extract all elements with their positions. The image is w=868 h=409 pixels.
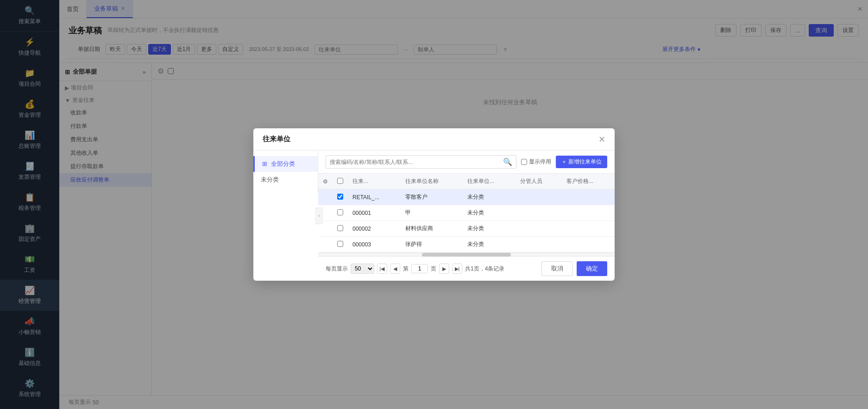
dialog-sidebar-wrapper: ⊞ 全部分类 未分类 ‹ (253, 151, 318, 281)
show-disabled: 显示停用 (521, 158, 551, 166)
th-manager: 分管人员 (516, 174, 561, 189)
dialog-toolbar: 🔍 显示停用 ＋ 新增往来单位 (318, 151, 615, 174)
search-icon: 🔍 (503, 157, 512, 166)
td-code-1: RETAIL_... (348, 189, 401, 205)
td-checkbox-3 (333, 221, 348, 237)
td-manager-3 (516, 221, 561, 237)
dialog-table-scroll: ⚙ 往来... 往来单位名称 往来单位... 分管人员 客户价格... (318, 174, 615, 252)
table-row[interactable]: 000001 甲 未分类 (318, 205, 615, 221)
dialog-partner: 往来单位 ✕ ⊞ 全部分类 未分类 ‹ (253, 128, 615, 281)
dialog-title: 往来单位 (263, 135, 290, 144)
td-settings-1 (318, 189, 333, 205)
td-code-3: 000002 (348, 221, 401, 237)
td-category-4: 未分类 (463, 237, 516, 252)
row-checkbox-2[interactable] (337, 209, 343, 215)
td-settings-4 (318, 237, 333, 252)
confirm-button[interactable]: 确定 (577, 261, 607, 276)
td-category-3: 未分类 (463, 221, 516, 237)
td-price-3 (562, 221, 615, 237)
table-row[interactable]: RETAIL_... 零散客户 未分类 (318, 189, 615, 205)
row-checkbox-4[interactable] (337, 241, 343, 247)
dialog-sidebar-all-label: 全部分类 (271, 160, 295, 167)
td-price-2 (562, 205, 615, 221)
td-code-2: 000001 (348, 205, 401, 221)
th-code: 往来... (348, 174, 401, 189)
horizontal-scrollbar[interactable] (318, 252, 615, 256)
search-box: 🔍 (326, 155, 516, 169)
dialog-sidebar: ⊞ 全部分类 未分类 (253, 151, 318, 193)
td-category-2: 未分类 (463, 205, 516, 221)
td-price-1 (562, 189, 615, 205)
td-price-4 (562, 237, 615, 252)
partner-search-input[interactable] (330, 159, 500, 165)
th-checkbox (333, 174, 348, 189)
table-header-row: ⚙ 往来... 往来单位名称 往来单位... 分管人员 客户价格... (318, 174, 615, 189)
td-name-4: 张萨得 (401, 237, 463, 252)
th-price: 客户价格... (562, 174, 615, 189)
current-page-input[interactable] (411, 264, 428, 273)
add-partner-button[interactable]: ＋ 新增往来单位 (556, 156, 607, 168)
td-manager-4 (516, 237, 561, 252)
td-name-2: 甲 (401, 205, 463, 221)
pagination: 每页显示 50 100 |◀ ◀ 第 页 ▶ ▶| 共1页，4条记录 (326, 264, 541, 274)
td-code-4: 000003 (348, 237, 401, 252)
dialog-close-icon[interactable]: ✕ (598, 135, 605, 144)
td-category-1: 未分类 (463, 189, 516, 205)
td-manager-2 (516, 205, 561, 221)
select-all-dialog-checkbox[interactable] (337, 178, 343, 184)
dialog-sidebar-uncategorized[interactable]: 未分类 (253, 172, 318, 188)
dialog-action-btns: 取消 确定 (541, 261, 607, 276)
dialog-footer: 每页显示 50 100 |◀ ◀ 第 页 ▶ ▶| 共1页，4条记录 (318, 256, 615, 281)
table-row[interactable]: 000002 材料供应商 未分类 (318, 221, 615, 237)
dialog-main: 🔍 显示停用 ＋ 新增往来单位 ⚙ (318, 151, 615, 281)
sidebar-collapse-btn[interactable]: ‹ (315, 208, 323, 224)
dialog-sidebar-uncategorized-label: 未分类 (261, 176, 279, 183)
th-name: 往来单位名称 (401, 174, 463, 189)
dialog-header: 往来单位 ✕ (253, 128, 615, 151)
per-page-select[interactable]: 50 100 (351, 264, 374, 274)
th-category: 往来单位... (463, 174, 516, 189)
first-page-btn[interactable]: |◀ (377, 264, 387, 274)
cancel-button[interactable]: 取消 (541, 261, 573, 276)
td-checkbox-4 (333, 237, 348, 252)
next-page-btn[interactable]: ▶ (439, 264, 449, 274)
settings-col-icon[interactable]: ⚙ (323, 178, 328, 185)
prev-page-btn[interactable]: ◀ (390, 264, 400, 274)
total-records: 共1页，4条记录 (465, 265, 504, 273)
table-row[interactable]: 000003 张萨得 未分类 (318, 237, 615, 252)
last-page-btn[interactable]: ▶| (452, 264, 462, 274)
scroll-thumb[interactable] (422, 253, 511, 257)
show-disabled-checkbox[interactable] (521, 159, 527, 165)
td-checkbox-2 (333, 205, 348, 221)
per-page-dialog-label: 每页显示 (326, 265, 348, 273)
td-name-3: 材料供应商 (401, 221, 463, 237)
row-checkbox-1[interactable] (337, 194, 343, 200)
dialog-sidebar-all[interactable]: ⊞ 全部分类 (253, 156, 318, 172)
dialog-overlay[interactable]: 往来单位 ✕ ⊞ 全部分类 未分类 ‹ (0, 0, 868, 409)
page-label: 第 (403, 265, 409, 273)
grid-small-icon: ⊞ (262, 160, 267, 167)
show-disabled-label: 显示停用 (529, 158, 551, 166)
td-name-1: 零散客户 (401, 189, 463, 205)
dialog-table: ⚙ 往来... 往来单位名称 往来单位... 分管人员 客户价格... (318, 174, 615, 252)
row-checkbox-3[interactable] (337, 225, 343, 231)
page-suffix: 页 (431, 265, 436, 273)
th-settings: ⚙ (318, 174, 333, 189)
dialog-body: ⊞ 全部分类 未分类 ‹ 🔍 (253, 151, 615, 281)
td-manager-1 (516, 189, 561, 205)
td-checkbox-1 (333, 189, 348, 205)
